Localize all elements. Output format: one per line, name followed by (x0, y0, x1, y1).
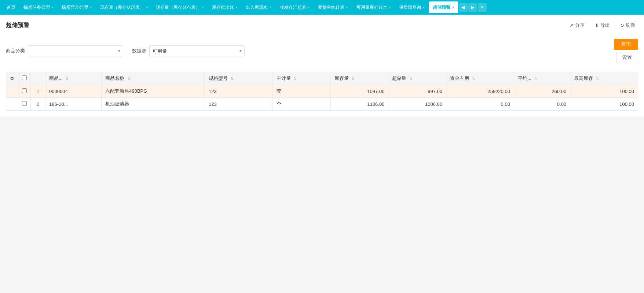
nav-arrow-close-all[interactable]: ✕ (478, 3, 487, 12)
close-icon[interactable]: × (452, 5, 454, 10)
row-overstock: 997.00 (388, 85, 446, 98)
close-icon[interactable]: × (51, 5, 54, 10)
row-checkbox[interactable] (22, 101, 27, 106)
nav-arrow-right[interactable]: ▶ (468, 3, 477, 12)
nav-tab-8-label: 要货单统计表 (318, 4, 344, 11)
row-spec: 123 (205, 85, 273, 98)
column-product-name-label: 商品名称 (105, 75, 124, 81)
close-icon[interactable]: × (235, 5, 238, 10)
sort-icon: ⇅ (472, 77, 475, 81)
page-header: 超储预警 ↗ 分享 ⬇ 导出 ↻ 刷新 (6, 21, 638, 30)
nav-tab-home[interactable]: 首页 (3, 1, 19, 13)
nav-tab-7-label: 收发存汇总表 (280, 4, 306, 11)
row-spec: 123 (205, 98, 273, 111)
close-icon[interactable]: × (389, 5, 391, 10)
column-unit[interactable]: 主计量 ⇅ (272, 72, 330, 85)
nav-tab-1[interactable]: 拣货任务管理 × (20, 1, 57, 13)
column-avg[interactable]: 平均... ⇅ (514, 72, 570, 85)
category-select[interactable] (28, 45, 123, 56)
row-checkbox-cell[interactable] (18, 85, 31, 98)
nav-tab-1-label: 拣货任务管理 (23, 4, 50, 11)
settings-button[interactable]: 设置 (616, 52, 638, 63)
close-icon[interactable]: × (201, 5, 204, 10)
sort-icon: ⇅ (409, 77, 412, 81)
column-checkbox[interactable] (18, 72, 31, 85)
row-settings-cell (6, 98, 18, 111)
column-unit-label: 主计量 (277, 75, 291, 81)
share-button[interactable]: ↗ 分享 (567, 21, 588, 30)
datasource-select-wrapper: 可用量 (149, 45, 245, 56)
row-product-code: 0000004 (45, 85, 102, 98)
datasource-filter: 数据源 可用量 (132, 45, 245, 56)
page-content: 超储预警 ↗ 分享 ⬇ 导出 ↻ 刷新 商品分类 (0, 15, 644, 116)
row-unit: 个 (272, 98, 330, 111)
nav-tab-2-label: 拣货异常处理 (62, 4, 88, 11)
column-stock[interactable]: 库存量 ⇅ (330, 72, 388, 85)
row-capital: 0.00 (446, 98, 514, 111)
table-header-row: ⚙ 商品... ⇅ 商品名称 ⇅ 规格型号 ⇅ 主计量 (6, 72, 638, 85)
nav-tab-9-label: 可用量库存账本 (356, 4, 387, 11)
table-row: 2 186-10... 机油滤清器 123 个 1106.00 1006.00 … (6, 98, 638, 111)
column-product-code-label: 商品... (49, 75, 63, 81)
sort-icon: ⇅ (596, 77, 599, 81)
export-label: 导出 (600, 22, 610, 29)
close-icon[interactable]: × (146, 5, 148, 10)
nav-tab-9[interactable]: 可用量库存账本 × (353, 1, 395, 13)
share-label: 分享 (575, 22, 585, 29)
close-icon[interactable]: × (346, 5, 348, 10)
column-capital[interactable]: 资金占用 ⇅ (446, 72, 514, 85)
close-icon[interactable]: × (89, 5, 92, 10)
sort-icon: ⇅ (294, 77, 297, 81)
datasource-select[interactable]: 可用量 (149, 45, 245, 56)
row-product-name: 六配套新昌490BPG (102, 85, 205, 98)
row-capital: 259220.00 (446, 85, 514, 98)
row-checkbox[interactable] (22, 88, 27, 93)
category-label: 商品分类 (6, 48, 25, 54)
column-max-stock[interactable]: 最高库存 ⇅ (570, 72, 638, 85)
page-actions: ↗ 分享 ⬇ 导出 ↻ 刷新 (567, 21, 638, 30)
column-overstock[interactable]: 超储量 ⇅ (388, 72, 446, 85)
column-index (31, 72, 45, 85)
nav-tab-3-label: 现存量（库存状况表） (100, 4, 144, 11)
column-spec[interactable]: 规格型号 ⇅ (205, 72, 273, 85)
column-overstock-label: 超储量 (392, 75, 406, 81)
column-settings[interactable]: ⚙ (6, 72, 18, 85)
nav-tab-3[interactable]: 现存量（库存状况表） × (96, 1, 151, 13)
row-stock: 1106.00 (330, 98, 388, 111)
refresh-label: 刷新 (626, 22, 635, 29)
export-button[interactable]: ⬇ 导出 (592, 21, 613, 30)
nav-tab-5[interactable]: 库存批次账 × (208, 1, 241, 13)
column-product-code[interactable]: 商品... ⇅ (45, 72, 102, 85)
nav-tab-7[interactable]: 收发存汇总表 × (276, 1, 314, 13)
column-product-name[interactable]: 商品名称 ⇅ (102, 72, 205, 85)
row-max-stock: 100.00 (570, 85, 638, 98)
nav-arrow-left[interactable]: ◀ (459, 3, 468, 12)
nav-tab-4[interactable]: 现存量（库存分布表） × (152, 1, 207, 13)
select-all-checkbox[interactable] (22, 75, 27, 80)
nav-tab-10[interactable]: 保质期查询 × (395, 1, 428, 13)
nav-tab-home-label: 首页 (7, 4, 15, 11)
nav-tab-6[interactable]: 出入库流水 × (242, 1, 275, 13)
close-icon[interactable]: × (308, 5, 310, 10)
row-checkbox-cell[interactable] (18, 98, 31, 111)
nav-tab-10-label: 保质期查询 (399, 4, 421, 11)
row-avg: 0.00 (514, 98, 570, 111)
row-max-stock: 100.00 (570, 98, 638, 111)
nav-tab-11-label: 超储预警 (433, 4, 450, 11)
sort-icon: ⇅ (65, 77, 68, 81)
query-button[interactable]: 查询 (614, 39, 638, 50)
nav-tab-2[interactable]: 拣货异常处理 × (58, 1, 95, 13)
nav-tab-6-label: 出入库流水 (246, 4, 268, 11)
close-icon[interactable]: × (269, 5, 271, 10)
refresh-button[interactable]: ↻ 刷新 (617, 21, 638, 30)
export-icon: ⬇ (595, 23, 599, 28)
row-avg: 260.00 (514, 85, 570, 98)
close-icon[interactable]: × (422, 5, 425, 10)
nav-tab-4-label: 现存量（库存分布表） (156, 4, 200, 11)
nav-tab-11-active[interactable]: 超储预警 × (429, 1, 458, 13)
column-max-stock-label: 最高库存 (574, 75, 593, 81)
top-nav: 首页 拣货任务管理 × 拣货异常处理 × 现存量（库存状况表） × 现存量（库存… (0, 0, 644, 15)
page-title: 超储预警 (6, 22, 29, 29)
nav-tab-8[interactable]: 要货单统计表 × (314, 1, 352, 13)
column-spec-label: 规格型号 (209, 75, 228, 81)
